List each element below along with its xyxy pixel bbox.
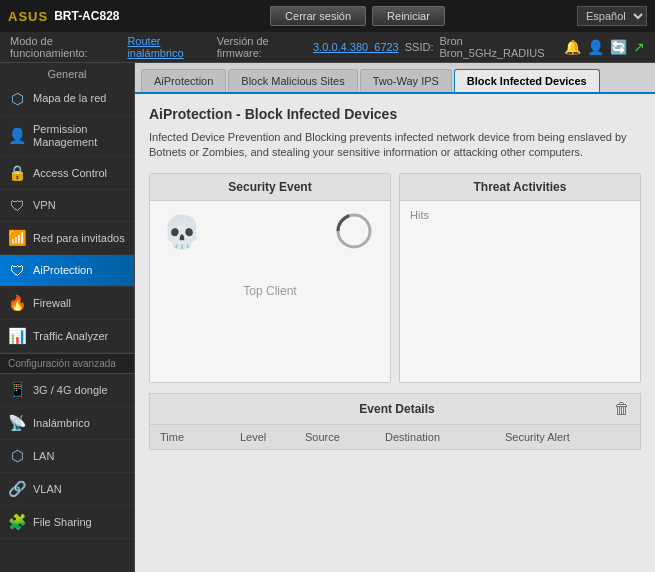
sidebar: General ⬡ Mapa de la red 👤 Permission Ma…	[0, 63, 135, 572]
sidebar-item-guest-network[interactable]: 📶 Red para invitados	[0, 222, 134, 255]
sidebar-item-traffic-analyzer[interactable]: 📊 Traffic Analyzer	[0, 320, 134, 353]
skull-icon: 💀	[162, 213, 202, 251]
security-event-panel: Security Event 💀 Top Client	[149, 173, 391, 383]
sidebar-item-3g4g[interactable]: 📱 3G / 4G dongle	[0, 374, 134, 407]
security-event-body: 💀 Top Client	[150, 201, 390, 382]
3g4g-icon: 📱	[8, 381, 26, 399]
sidebar-item-aiprotection[interactable]: 🛡 AiProtection	[0, 255, 134, 287]
sidebar-item-label: Firewall	[33, 297, 71, 310]
sidebar-item-vpn[interactable]: 🛡 VPN	[0, 190, 134, 222]
sidebar-item-access-control[interactable]: 🔒 Access Control	[0, 157, 134, 190]
tab-block-malicious[interactable]: Block Malicious Sites	[228, 69, 357, 92]
sidebar-item-lan[interactable]: ⬡ LAN	[0, 440, 134, 473]
page-content: AiProtection - Block Infected Devices In…	[135, 94, 655, 572]
sidebar-item-vlan[interactable]: 🔗 VLAN	[0, 473, 134, 506]
general-section-title: General	[0, 63, 134, 83]
main-layout: General ⬡ Mapa de la red 👤 Permission Ma…	[0, 63, 655, 572]
sidebar-item-permission-mgmt[interactable]: 👤 Permission Management	[0, 116, 134, 157]
sidebar-item-firewall[interactable]: 🔥 Firewall	[0, 287, 134, 320]
sidebar-item-label: 3G / 4G dongle	[33, 384, 108, 397]
tab-bar: AiProtection Block Malicious Sites Two-W…	[135, 63, 655, 94]
page-title: AiProtection - Block Infected Devices	[149, 106, 641, 122]
permission-icon: 👤	[8, 127, 26, 145]
sidebar-item-label: Mapa de la red	[33, 92, 106, 105]
sidebar-item-label: VPN	[33, 199, 56, 212]
access-control-icon: 🔒	[8, 164, 26, 182]
aiprotection-icon: 🛡	[8, 262, 26, 279]
firmware-value[interactable]: 3.0.0.4.380_6723	[313, 41, 399, 53]
event-details-title: Event Details	[180, 402, 614, 416]
sidebar-item-file-sharing[interactable]: 🧩 File Sharing	[0, 506, 134, 539]
sidebar-item-network-map[interactable]: ⬡ Mapa de la red	[0, 83, 134, 116]
network-map-icon: ⬡	[8, 90, 26, 108]
header-buttons: Cerrar sesión Reiniciar	[138, 6, 577, 26]
threat-activities-panel: Threat Activities Hits	[399, 173, 641, 383]
header: ASUS BRT-AC828 Cerrar sesión Reiniciar E…	[0, 0, 655, 32]
file-sharing-icon: 🧩	[8, 513, 26, 531]
user-icon: 👤	[587, 39, 604, 55]
header-right: Español	[577, 6, 647, 26]
signal-icon: ↗	[633, 39, 645, 55]
trash-icon[interactable]: 🗑	[614, 400, 630, 418]
sidebar-item-label: Red para invitados	[33, 232, 125, 245]
sidebar-item-label: AiProtection	[33, 264, 92, 277]
mode-value[interactable]: Router inalámbrico	[127, 35, 210, 59]
sidebar-item-label: Permission Management	[33, 123, 126, 149]
lan-icon: ⬡	[8, 447, 26, 465]
event-details-bar: Event Details 🗑	[149, 393, 641, 425]
firewall-icon: 🔥	[8, 294, 26, 312]
notification-icon: 🔔	[564, 39, 581, 55]
security-event-title: Security Event	[150, 174, 390, 201]
vlan-icon: 🔗	[8, 480, 26, 498]
threat-activities-title: Threat Activities	[400, 174, 640, 201]
panels-row: Security Event 💀 Top Client	[149, 173, 641, 383]
language-select[interactable]: Español	[577, 6, 647, 26]
mode-label: Modo de funcionamiento:	[10, 35, 121, 59]
threat-activities-body: Hits	[400, 201, 640, 382]
th-level: Level	[230, 429, 295, 445]
tab-two-way-ips[interactable]: Two-Way IPS	[360, 69, 452, 92]
advanced-section-title: Configuración avanzada	[0, 353, 134, 374]
vpn-icon: 🛡	[8, 197, 26, 214]
traffic-icon: 📊	[8, 327, 26, 345]
status-icons: 🔔 👤 🔄 ↗	[564, 39, 645, 55]
page-description: Infected Device Prevention and Blocking …	[149, 130, 641, 161]
sidebar-item-wireless[interactable]: 📡 Inalámbrico	[0, 407, 134, 440]
sidebar-item-label: LAN	[33, 450, 54, 463]
table-header: Time Level Source Destination Security A…	[149, 425, 641, 450]
ssid-value: Bron Bron_5GHz_RADIUS	[439, 35, 558, 59]
pie-chart-icon	[334, 211, 374, 251]
hits-label: Hits	[410, 209, 429, 221]
guest-icon: 📶	[8, 229, 26, 247]
status-bar: Modo de funcionamiento: Router inalámbri…	[0, 32, 655, 63]
sidebar-item-label: Access Control	[33, 167, 107, 180]
tab-aiprotection[interactable]: AiProtection	[141, 69, 226, 92]
top-client-label: Top Client	[243, 284, 296, 298]
th-security-alert: Security Alert	[495, 429, 640, 445]
th-destination: Destination	[375, 429, 495, 445]
model-name: BRT-AC828	[54, 9, 119, 23]
th-time: Time	[150, 429, 230, 445]
sidebar-item-label: File Sharing	[33, 516, 92, 529]
asus-logo: ASUS	[8, 9, 48, 24]
logo-area: ASUS BRT-AC828	[8, 9, 138, 24]
ssid-label: SSID:	[405, 41, 434, 53]
refresh-icon: 🔄	[610, 39, 627, 55]
firmware-label: Versión de firmware:	[217, 35, 307, 59]
tab-block-infected[interactable]: Block Infected Devices	[454, 69, 600, 92]
th-source: Source	[295, 429, 375, 445]
content: AiProtection Block Malicious Sites Two-W…	[135, 63, 655, 572]
wireless-icon: 📡	[8, 414, 26, 432]
restart-button[interactable]: Reiniciar	[372, 6, 445, 26]
logout-button[interactable]: Cerrar sesión	[270, 6, 366, 26]
sidebar-item-label: Inalámbrico	[33, 417, 90, 430]
sidebar-item-label: Traffic Analyzer	[33, 330, 108, 343]
sidebar-item-label: VLAN	[33, 483, 62, 496]
